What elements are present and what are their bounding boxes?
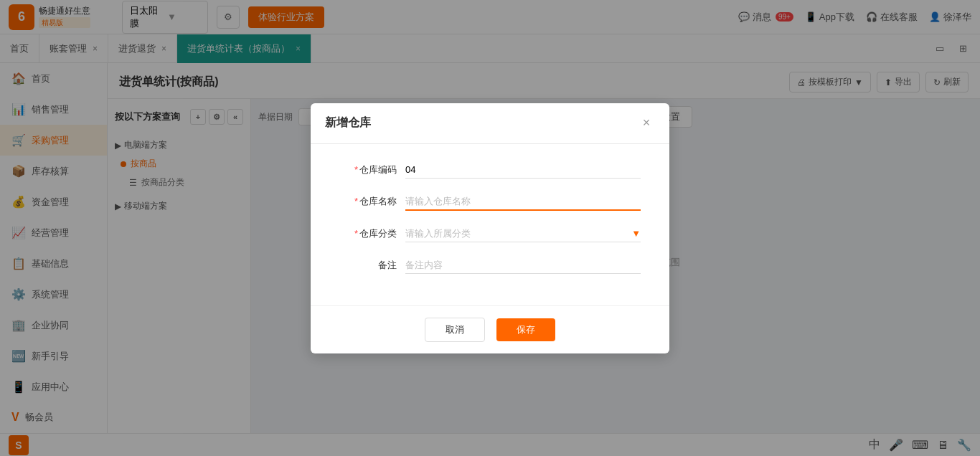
- form-row-name: 仓库名称: [339, 193, 641, 211]
- code-input[interactable]: [405, 161, 641, 179]
- code-label: 仓库编码: [339, 163, 397, 176]
- modal-overlay: 新增仓库 × 仓库编码 仓库名称 仓库分类 请输入所属分类 ▼: [0, 0, 980, 456]
- dialog-header: 新增仓库 ×: [311, 103, 669, 144]
- dialog-footer: 取消 保存: [311, 305, 669, 353]
- form-row-remark: 备注: [339, 257, 641, 274]
- dialog-close-button[interactable]: ×: [638, 115, 655, 132]
- name-label: 仓库名称: [339, 195, 397, 208]
- form-row-code: 仓库编码: [339, 161, 641, 179]
- dialog-body: 仓库编码 仓库名称 仓库分类 请输入所属分类 ▼ 备注: [311, 144, 669, 305]
- remark-input[interactable]: [405, 257, 641, 274]
- remark-label: 备注: [339, 259, 397, 272]
- dialog-title: 新增仓库: [325, 115, 371, 130]
- cancel-button[interactable]: 取消: [425, 318, 485, 342]
- form-row-category: 仓库分类 请输入所属分类 ▼: [339, 225, 641, 242]
- add-warehouse-dialog: 新增仓库 × 仓库编码 仓库名称 仓库分类 请输入所属分类 ▼: [311, 103, 669, 353]
- category-select[interactable]: 请输入所属分类: [405, 228, 641, 239]
- save-button[interactable]: 保存: [496, 318, 555, 341]
- name-input[interactable]: [405, 193, 641, 211]
- category-label: 仓库分类: [339, 227, 397, 240]
- category-select-wrap: 请输入所属分类 ▼: [405, 225, 641, 242]
